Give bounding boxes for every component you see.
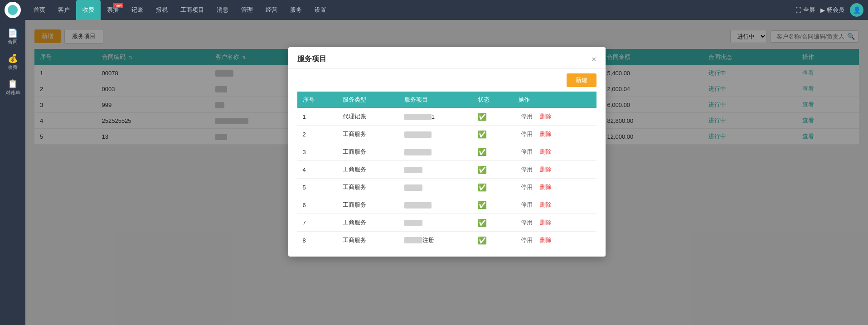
- nav-invoice[interactable]: 票据 new: [101, 0, 125, 20]
- avatar[interactable]: 👤: [850, 3, 863, 17]
- delete-button[interactable]: 删除: [537, 147, 554, 157]
- new-badge: new: [113, 3, 123, 8]
- status-check-icon: ✅: [478, 219, 487, 227]
- mrow-status: ✅: [472, 143, 513, 161]
- fullscreen-button[interactable]: ⛶ 全屏: [795, 6, 815, 14]
- mrow-action: 停用 删除: [513, 232, 596, 249]
- mrow-type: 工商服务: [337, 196, 398, 214]
- mth-type: 服务类型: [337, 92, 398, 108]
- stop-button[interactable]: 停用: [518, 182, 535, 192]
- layout: 📄 合同 💰 收费 📋 对账单 新增 服务项目 进行中 全部 已结束: [0, 20, 868, 325]
- nav-service[interactable]: 服务: [284, 0, 308, 20]
- stop-button[interactable]: 停用: [518, 112, 535, 121]
- sidebar-item-contract[interactable]: 📄 合同: [0, 24, 25, 50]
- nav-right: ⛶ 全屏 ▶ 畅会员 👤: [795, 3, 863, 17]
- mth-status: 状态: [472, 92, 513, 108]
- mrow-item: 1: [399, 108, 472, 126]
- sidebar-label-contract: 合同: [8, 39, 18, 45]
- nav-settings[interactable]: 设置: [308, 0, 333, 20]
- modal-new-button[interactable]: 新建: [567, 73, 596, 87]
- mrow-status: ✅: [472, 232, 513, 249]
- mrow-item: [399, 161, 472, 179]
- nav-finance[interactable]: 经营: [259, 0, 284, 20]
- list-item: 1 代理记账 1 ✅ 停用 删除: [297, 108, 596, 126]
- mrow-item: [399, 143, 472, 161]
- mrow-item: 注册: [399, 232, 472, 249]
- nav-business[interactable]: 工商项目: [174, 0, 210, 20]
- nav-customer[interactable]: 客户: [52, 0, 76, 20]
- mrow-item: [399, 214, 472, 232]
- mth-action: 操作: [513, 92, 596, 108]
- fullscreen-icon: ⛶: [795, 7, 801, 14]
- app-logo: [5, 2, 21, 18]
- mrow-action: 停用 删除: [513, 126, 596, 143]
- modal-toolbar: 新建: [288, 69, 606, 92]
- member-button[interactable]: ▶ 畅会员: [820, 6, 844, 14]
- list-item: 5 工商服务 ✅ 停用 删除: [297, 179, 596, 196]
- list-item: 7 工商服务 ✅ 停用 删除: [297, 214, 596, 232]
- stop-button[interactable]: 停用: [518, 235, 535, 245]
- mrow-status: ✅: [472, 214, 513, 232]
- list-item: 3 工商服务 ✅ 停用 删除: [297, 143, 596, 161]
- nav-billing[interactable]: 收费: [76, 0, 101, 20]
- mrow-status: ✅: [472, 161, 513, 179]
- billing-icon: 💰: [8, 54, 18, 63]
- mrow-seq: 7: [297, 214, 338, 232]
- mrow-action: 停用 删除: [513, 161, 596, 179]
- stop-button[interactable]: 停用: [518, 165, 535, 175]
- delete-button[interactable]: 删除: [537, 182, 554, 192]
- nav-message[interactable]: 消息: [210, 0, 235, 20]
- status-check-icon: ✅: [478, 131, 487, 138]
- delete-button[interactable]: 删除: [537, 129, 554, 139]
- mth-item: 服务项目: [399, 92, 472, 108]
- logo-inner: [8, 5, 18, 15]
- mrow-seq: 8: [297, 232, 338, 249]
- sidebar-item-statement[interactable]: 📋 对账单: [0, 75, 25, 101]
- mrow-type: 工商服务: [337, 179, 398, 196]
- nav-manage[interactable]: 管理: [235, 0, 259, 20]
- mrow-seq: 2: [297, 126, 338, 143]
- modal-title: 服务项目: [297, 54, 326, 64]
- statement-icon: 📋: [8, 80, 18, 88]
- mrow-action: 停用 删除: [513, 196, 596, 214]
- status-check-icon: ✅: [478, 237, 487, 244]
- nav-items: 首页 客户 收费 票据 new 记账 报税 工商项目 消息 管理 经营 服务 设…: [27, 0, 795, 20]
- delete-button[interactable]: 删除: [537, 218, 554, 228]
- mrow-type: 代理记账: [337, 108, 398, 126]
- main-content: 新增 服务项目 进行中 全部 已结束 🔍: [25, 20, 868, 325]
- nav-tax[interactable]: 报税: [150, 0, 174, 20]
- mrow-status: ✅: [472, 108, 513, 126]
- list-item: 2 工商服务 ✅ 停用 删除: [297, 126, 596, 143]
- member-icon: ▶: [820, 7, 825, 14]
- modal-close-button[interactable]: ×: [592, 55, 596, 63]
- stop-button[interactable]: 停用: [518, 218, 535, 228]
- delete-button[interactable]: 删除: [537, 112, 554, 121]
- modal-overlay[interactable]: 服务项目 × 新建 序号 服务类型 服务项目 状态: [25, 20, 868, 325]
- nav-home[interactable]: 首页: [27, 0, 52, 20]
- list-item: 8 工商服务 注册 ✅ 停用 删除: [297, 232, 596, 249]
- sidebar-item-billing[interactable]: 💰 收费: [0, 50, 25, 75]
- mrow-status: ✅: [472, 179, 513, 196]
- mrow-status: ✅: [472, 196, 513, 214]
- mrow-seq: 1: [297, 108, 338, 126]
- stop-button[interactable]: 停用: [518, 129, 535, 139]
- delete-button[interactable]: 删除: [537, 235, 554, 245]
- service-table: 序号 服务类型 服务项目 状态 操作 1 代理记账 1: [297, 92, 596, 249]
- stop-button[interactable]: 停用: [518, 147, 535, 157]
- mrow-type: 工商服务: [337, 232, 398, 249]
- status-check-icon: ✅: [478, 184, 487, 191]
- mrow-action: 停用 删除: [513, 143, 596, 161]
- mrow-action: 停用 删除: [513, 179, 596, 196]
- nav-accounts[interactable]: 记账: [125, 0, 150, 20]
- delete-button[interactable]: 删除: [537, 200, 554, 210]
- status-check-icon: ✅: [478, 166, 487, 174]
- service-modal: 服务项目 × 新建 序号 服务类型 服务项目 状态: [288, 47, 606, 257]
- mrow-seq: 6: [297, 196, 338, 214]
- mrow-seq: 3: [297, 143, 338, 161]
- mrow-status: ✅: [472, 126, 513, 143]
- delete-button[interactable]: 删除: [537, 165, 554, 175]
- stop-button[interactable]: 停用: [518, 200, 535, 210]
- mth-seq: 序号: [297, 92, 338, 108]
- mrow-item: [399, 179, 472, 196]
- mrow-action: 停用 删除: [513, 108, 596, 126]
